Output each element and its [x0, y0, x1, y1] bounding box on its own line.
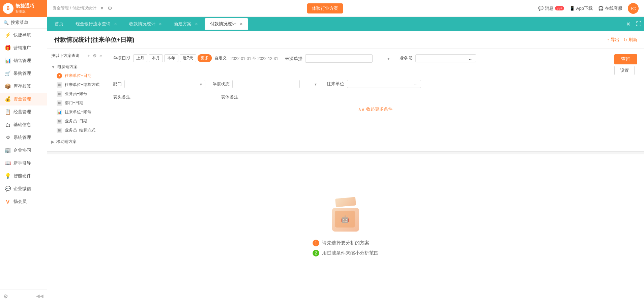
app-download-btn[interactable]: 📱 App下载 — [569, 5, 593, 11]
robot-face: 🤖 — [335, 211, 355, 228]
filter-group-date: 单据日期 上月 本月 本年 近7天 更多 自定义 2022-01-01 至 20… — [113, 54, 278, 62]
purchase-icon: 🛒 — [5, 70, 11, 77]
filter-group-doc-status: 单据状态 — [212, 80, 320, 88]
sidebar-item-hardware[interactable]: 💡 智能硬件 — [0, 170, 47, 182]
scheme-item-unit-account[interactable]: 📊 往来单位+账号 — [47, 108, 106, 117]
tab-home[interactable]: 首页 — [49, 18, 69, 30]
collapse-more-conditions-btn[interactable]: ∧∧ 收起更多条件 — [113, 104, 637, 114]
source-label: 来源单据 — [285, 56, 302, 62]
sidebar-item-enterprise[interactable]: 🏢 企业协同 — [0, 144, 47, 157]
collapse-icon: ∧∧ — [358, 107, 365, 112]
source-select[interactable] — [305, 54, 373, 63]
online-service-btn[interactable]: 🎧 在线客服 — [598, 5, 622, 11]
expand-tabs-btn[interactable]: ⛶ — [635, 20, 643, 28]
scheme-item-dept-date[interactable]: ⊞ 部门+日期 — [47, 98, 106, 108]
mobile-group-header[interactable]: ▶ 移动端方案 — [47, 138, 106, 146]
scheme-staff-settlement-icon: ⊞ — [57, 128, 62, 133]
sidebar-item-purchase[interactable]: 🛒 采购管理 — [0, 67, 47, 80]
scheme-item-unit-settlement[interactable]: ⊞ 往来单位+结算方式 — [47, 80, 106, 89]
doc-status-wrapper — [232, 80, 320, 88]
date-btn-this-year[interactable]: 本年 — [164, 54, 178, 62]
close-all-tabs-btn[interactable]: ✕ — [625, 20, 632, 29]
sidebar-item-guide[interactable]: 📖 新手引导 — [0, 157, 47, 170]
empty-hint-2: 2 用过滤条件来缩小分析范围 — [313, 250, 379, 256]
refresh-btn[interactable]: ↻ 刷新 — [623, 37, 637, 43]
date-btn-last-7[interactable]: 近7天 — [180, 54, 196, 62]
scheme-settings-icon[interactable]: ⚙ — [93, 53, 97, 58]
date-label: 单据日期 — [113, 55, 130, 61]
scheme-panel-title: 按以下方案查询 — [51, 53, 80, 59]
basic-info-icon: 🗂 — [5, 122, 11, 128]
sidebar-item-basic-info[interactable]: 🗂 基础信息 — [0, 118, 47, 131]
logo-icon: 6 — [3, 3, 13, 14]
tab-bank-flow[interactable]: 现金银行流水查询 ✕ — [70, 18, 122, 30]
scheme-item-staff-account[interactable]: ⊞ 业务员+账号 — [47, 89, 106, 98]
filter-row-3: 表头备注 表体备注 — [113, 93, 637, 101]
user-avatar[interactable]: Rit — [628, 3, 639, 14]
footer-settings-icon[interactable]: ⚙ — [3, 293, 8, 300]
sidebar-item-member[interactable]: V 畅会员 — [0, 195, 47, 208]
try-industry-btn[interactable]: 体验行业方案 — [307, 3, 343, 13]
notification-badge: 99+ — [555, 6, 564, 10]
search-menu[interactable]: 🔍 搜索菜单 — [0, 17, 47, 29]
date-btn-last-month[interactable]: 上月 — [133, 54, 147, 62]
sidebar-item-sales[interactable]: 📊 销售管理 — [0, 54, 47, 67]
query-btn[interactable]: 查询 — [614, 54, 637, 64]
sidebar-item-system[interactable]: ⚙ 系统管理 — [0, 131, 47, 144]
notification-btn[interactable]: 💬 消息 99+ — [538, 5, 564, 11]
topbar-settings-icon[interactable]: ⚙ — [108, 5, 112, 11]
page-actions: ↑ 导出 ↻ 刷新 — [607, 37, 638, 43]
filter-group-dept: 部门 — [113, 80, 205, 88]
tab-new-scheme-close[interactable]: ✕ — [195, 22, 198, 26]
sidebar-footer: ⚙ ◀◀ — [0, 290, 47, 303]
main-content: 资金管理 / 付款情况统计 ▼ ⚙ 体验行业方案 💬 消息 99+ 📱 App下… — [47, 0, 644, 303]
member-icon: V — [5, 199, 11, 205]
page-header: 付款情况统计(往来单位+日期) ↑ 导出 ↻ 刷新 — [47, 31, 644, 49]
date-btn-this-month[interactable]: 本月 — [149, 54, 163, 62]
dept-select[interactable] — [124, 80, 205, 88]
export-btn[interactable]: ↑ 导出 — [607, 37, 620, 43]
date-custom-label[interactable]: 自定义 — [214, 55, 227, 61]
footer-collapse-icon[interactable]: ◀◀ — [36, 293, 43, 300]
body-remark-input[interactable] — [241, 93, 309, 101]
sidebar-item-quick-nav[interactable]: ⚡ 快捷导航 — [0, 29, 47, 41]
scheme-item-unit-date[interactable]: ● 往来单位+日期 — [47, 71, 106, 80]
filter-group-source: 来源单据 — [285, 54, 393, 63]
tab-receipt-stats-close[interactable]: ✕ — [159, 22, 162, 26]
mobile-scheme-group: ▶ 移动端方案 — [47, 136, 106, 147]
sidebar-item-funds[interactable]: 💰 资金管理 — [0, 93, 47, 105]
export-icon: ↑ — [607, 37, 610, 42]
staff-select-btn[interactable]: ... — [415, 54, 476, 62]
header-remark-input[interactable] — [133, 93, 201, 101]
scheme-staff-date-icon: ⊞ — [57, 119, 62, 124]
sidebar-item-marketing[interactable]: 🎁 营销推广 — [0, 41, 47, 54]
tab-payment-stats[interactable]: 付款情况统计 ✕ — [205, 18, 248, 30]
filter-group-staff: 业务员 ... — [400, 54, 476, 62]
page-title: 付款情况统计(往来单位+日期) — [54, 36, 135, 44]
date-btn-more[interactable]: 更多 — [198, 54, 212, 62]
tabs-actions: ✕ ⛶ — [625, 20, 643, 29]
tab-new-scheme[interactable]: 新建方案 ✕ — [169, 18, 203, 30]
scheme-item-staff-date[interactable]: ⊞ 业务员+日期 — [47, 117, 106, 126]
staff-label: 业务员 — [400, 55, 413, 61]
scheme-item-staff-settlement[interactable]: ⊞ 业务员+结算方式 — [47, 126, 106, 135]
date-range-display: 2022-01-01 至 2022-12-31 — [231, 56, 278, 62]
scheme-unit-settlement-icon: ⊞ — [57, 82, 62, 88]
tab-receipt-stats[interactable]: 收款情况统计 ✕ — [124, 18, 167, 30]
filter-row-1: 单据日期 上月 本月 本年 近7天 更多 自定义 2022-01-01 至 20… — [113, 54, 637, 75]
sidebar-item-operations[interactable]: 📋 经营管理 — [0, 105, 47, 118]
body-remark-label: 表体备注 — [221, 94, 238, 100]
filter-row-2: 部门 单据状态 — [113, 80, 637, 88]
filter-settings-btn[interactable]: 设置 — [614, 66, 635, 75]
tab-payment-stats-close[interactable]: ✕ — [240, 22, 243, 26]
counterparty-select-btn[interactable]: ... — [347, 80, 421, 88]
doc-status-select[interactable] — [232, 80, 300, 88]
topbar-dropdown-icon[interactable]: ▼ — [100, 6, 104, 11]
scheme-collapse-icon[interactable]: « — [99, 53, 102, 58]
scheme-add-icon[interactable]: + — [87, 53, 90, 58]
sidebar-item-inventory[interactable]: 📦 库存核算 — [0, 80, 47, 93]
sidebar-item-wechat[interactable]: 💬 企业微信 — [0, 182, 47, 195]
empty-box-top — [335, 197, 356, 207]
desktop-group-header[interactable]: ▼ 电脑端方案 — [47, 63, 106, 71]
tab-bank-flow-close[interactable]: ✕ — [114, 22, 117, 26]
